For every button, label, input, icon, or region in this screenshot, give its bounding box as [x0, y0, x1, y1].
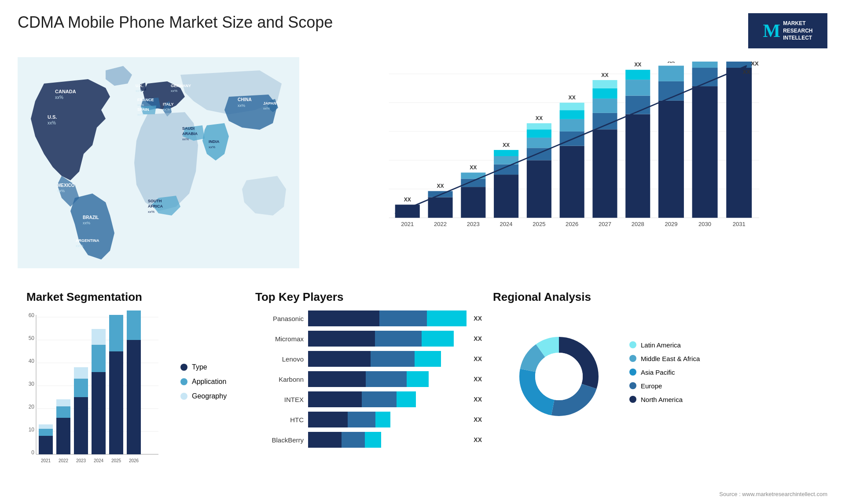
svg-text:MEXICO: MEXICO	[57, 183, 75, 188]
legend-dot-application	[180, 378, 187, 385]
logo-box: M MARKETRESEARCHINTELLECT	[748, 13, 827, 48]
player-bar-htc: XX	[308, 412, 467, 427]
donut-svg	[493, 310, 625, 442]
svg-rect-79	[625, 80, 650, 95]
player-row-blackberry: BlackBerry XX	[255, 432, 467, 448]
legend-label-geography: Geography	[192, 392, 227, 400]
svg-rect-65	[560, 119, 584, 131]
donut-chart	[493, 310, 616, 434]
svg-rect-80	[625, 70, 650, 80]
svg-rect-83	[658, 101, 684, 218]
legend-dot-geography	[180, 393, 187, 400]
reg-label-europe: Europe	[641, 382, 662, 390]
player-bar-panasonic: XX	[308, 310, 467, 326]
svg-text:XX: XX	[536, 115, 543, 121]
regional-title: Regional Analysis	[493, 290, 819, 304]
reg-label-asia-pacific: Asia Pacific	[641, 369, 675, 376]
svg-rect-51	[494, 164, 518, 175]
regional-legend: Latin America Middle East & Africa Asia …	[629, 341, 700, 403]
key-players-title: Top Key Players	[255, 290, 467, 304]
svg-text:2023: 2023	[76, 458, 86, 463]
segmentation-chart-svg: 60 50 40 30 20 10 0	[26, 310, 167, 478]
svg-rect-53	[494, 150, 518, 156]
regional-inner: Latin America Middle East & Africa Asia …	[493, 310, 819, 434]
svg-text:xx%: xx%	[137, 113, 144, 117]
svg-rect-133	[127, 340, 141, 454]
svg-text:XX: XX	[437, 183, 444, 189]
svg-rect-119	[56, 406, 70, 418]
svg-text:XX: XX	[634, 62, 641, 68]
svg-text:ARGENTINA: ARGENTINA	[76, 238, 99, 243]
svg-rect-73	[592, 88, 617, 99]
bottom-section: Market Segmentation 60 50 40 30 20 10 0	[18, 286, 827, 504]
svg-text:2028: 2028	[632, 221, 644, 227]
svg-text:50: 50	[29, 335, 35, 341]
player-name-karbonn: Karbonn	[255, 376, 304, 383]
svg-rect-66	[560, 110, 584, 119]
player-bar-karbonn: XX	[308, 371, 467, 387]
svg-text:2027: 2027	[599, 221, 611, 227]
svg-rect-67	[560, 102, 584, 110]
svg-text:0: 0	[31, 449, 34, 456]
player-row-micromax: Micromax XX	[255, 331, 467, 347]
bar-chart-section: 2021 XX 2022 XX 2023 XX	[312, 57, 827, 268]
reg-legend-europe: Europe	[629, 382, 700, 390]
player-name-micromax: Micromax	[255, 335, 304, 343]
svg-rect-134	[127, 310, 141, 340]
reg-dot-europe	[629, 382, 636, 389]
svg-rect-72	[592, 99, 617, 113]
svg-rect-124	[74, 367, 88, 379]
growth-bar-chart-svg: 2021 XX 2022 XX 2023 XX	[321, 62, 819, 251]
svg-rect-41	[428, 197, 453, 218]
svg-rect-123	[74, 379, 88, 397]
svg-text:60: 60	[29, 312, 35, 318]
svg-text:xx%: xx%	[57, 189, 65, 193]
player-xx-lenovo: XX	[474, 355, 482, 362]
svg-text:xx%: xx%	[83, 221, 90, 225]
svg-text:XX: XX	[751, 62, 759, 67]
player-bar-lenovo: XX	[308, 351, 467, 367]
segmentation-title: Market Segmentation	[26, 290, 229, 304]
legend-dot-type	[180, 364, 187, 371]
player-row-intex: INTEX XX	[255, 391, 467, 407]
players-list: Panasonic XX Micromax	[255, 310, 467, 448]
svg-text:40: 40	[29, 358, 35, 364]
player-xx-panasonic: XX	[474, 315, 482, 322]
canada-label: CANADA	[55, 89, 76, 94]
player-row-htc: HTC XX	[255, 412, 467, 427]
svg-text:xx%: xx%	[137, 103, 144, 107]
svg-text:2024: 2024	[500, 221, 513, 227]
svg-text:INDIA: INDIA	[209, 139, 220, 144]
svg-text:XX: XX	[404, 197, 411, 203]
svg-rect-93	[726, 62, 752, 68]
svg-text:2026: 2026	[566, 221, 578, 227]
svg-point-141	[535, 353, 583, 400]
player-xx-htc: XX	[474, 416, 482, 423]
market-segmentation: Market Segmentation 60 50 40 30 20 10 0	[18, 286, 238, 504]
player-name-htc: HTC	[255, 416, 304, 424]
svg-text:U.S.: U.S.	[48, 114, 57, 120]
svg-text:xx%: xx%	[76, 244, 83, 248]
player-row-panasonic: Panasonic XX	[255, 310, 467, 326]
svg-rect-85	[658, 66, 684, 81]
svg-text:2025: 2025	[111, 458, 121, 463]
svg-text:2021: 2021	[41, 458, 51, 463]
legend-label-application: Application	[192, 378, 226, 386]
svg-text:XX: XX	[601, 72, 608, 78]
svg-text:xx%: xx%	[263, 106, 270, 110]
svg-text:2026: 2026	[129, 458, 139, 463]
svg-rect-130	[109, 351, 123, 454]
svg-text:xx%: xx%	[171, 89, 177, 93]
svg-text:BRAZIL: BRAZIL	[83, 215, 99, 220]
world-map-svg: CANADA xx% U.S. xx% MEXICO xx% BRAZIL xx…	[18, 57, 299, 268]
player-name-lenovo: Lenovo	[255, 355, 304, 363]
svg-text:SPAIN: SPAIN	[137, 107, 149, 112]
reg-legend-north-america: North America	[629, 396, 700, 403]
svg-text:10: 10	[29, 427, 35, 433]
svg-text:xx%: xx%	[148, 210, 154, 214]
svg-text:XX: XX	[668, 62, 675, 64]
svg-rect-46	[461, 179, 485, 187]
logo-text: MARKETRESEARCHINTELLECT	[783, 20, 812, 42]
svg-rect-88	[692, 86, 718, 218]
svg-text:2022: 2022	[434, 221, 447, 227]
